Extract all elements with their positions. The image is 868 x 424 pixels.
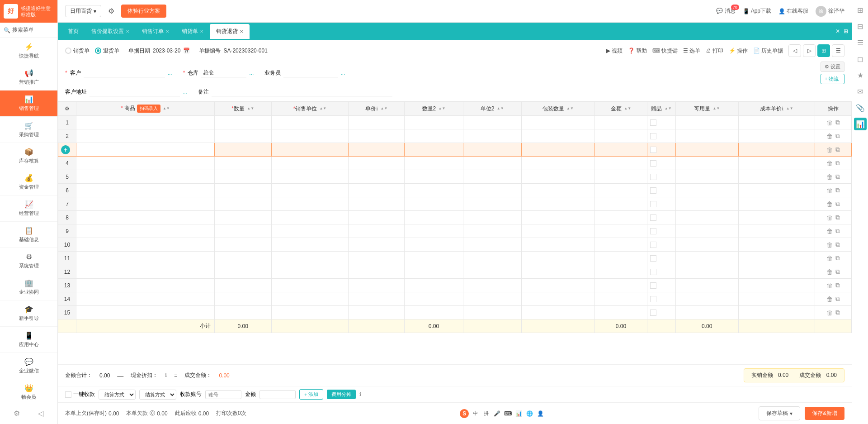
delete-icon[interactable]: 🗑 [826, 309, 833, 316]
print-btn[interactable]: 🖨 打印 [706, 47, 723, 55]
notes-input[interactable] [212, 88, 392, 96]
unit-sort-icon[interactable]: ▲▼ [319, 107, 326, 110]
radio-return-bill[interactable]: 退货单 [95, 47, 119, 55]
tab-sales-order[interactable]: 销售订单 ✕ [136, 24, 175, 39]
ime-settings-icon[interactable]: 🌐 [525, 409, 534, 418]
available-cell-1[interactable] [675, 116, 738, 129]
operate-btn[interactable]: ⚡ 操作 [729, 47, 748, 55]
sidebar-item-inventory[interactable]: 📦 库存核算 [0, 143, 57, 169]
rp-star-icon[interactable]: ★ [854, 69, 867, 81]
cost-price-cell-1[interactable] [738, 116, 815, 129]
quantity2-cell-2[interactable] [405, 129, 463, 143]
unit-price-cell-3[interactable] [349, 143, 405, 157]
tab-sales-bill[interactable]: 销货单 ✕ [175, 24, 210, 39]
sidebar-item-newbie[interactable]: 🎓 新手引导 [0, 300, 57, 327]
quantity2-cell-1[interactable] [405, 116, 463, 129]
unit2-sort-icon[interactable]: ▲▼ [497, 107, 504, 110]
copy-icon[interactable]: ⧉ [835, 200, 840, 208]
amount-cell-3[interactable] [594, 143, 647, 157]
online-service-btn[interactable]: 👤 在线客服 [778, 7, 808, 15]
gift-cell-3[interactable] [647, 143, 675, 157]
copy-row-1-icon[interactable]: ⧉ [835, 119, 840, 126]
date-value[interactable]: 2023-03-20 [153, 48, 180, 54]
select-bill-btn[interactable]: ☰ 选单 [683, 47, 700, 55]
ime-s-icon[interactable]: S [460, 409, 469, 418]
sidebar-item-operations[interactable]: 📈 经营管理 [0, 195, 57, 222]
qty-sort-icon[interactable]: ▲▼ [247, 107, 254, 110]
rp-box-icon[interactable]: ◻ [854, 52, 867, 65]
sidebar-item-enterprise[interactable]: 🏢 企业协同 [0, 274, 57, 300]
rp-active-icon[interactable]: 📊 [854, 118, 867, 130]
tab-price-settings[interactable]: 售价提取设置 ✕ [85, 24, 136, 39]
tab-sales-return-close-icon[interactable]: ✕ [240, 29, 243, 34]
add-row-btn[interactable]: + [61, 145, 70, 154]
copy-icon[interactable]: ⧉ [835, 186, 840, 194]
ime-zh-icon[interactable]: 中 [471, 409, 480, 418]
copy-row-2-icon[interactable]: ⧉ [835, 132, 840, 140]
fee-split-help-icon[interactable]: ℹ [359, 391, 361, 397]
rp-clip-icon[interactable]: 📎 [854, 101, 867, 114]
gift-sort-icon[interactable]: ▲▼ [665, 107, 672, 110]
ime-pin-icon[interactable]: 拼 [481, 409, 491, 418]
account-no-input[interactable] [205, 390, 241, 399]
delete-icon[interactable]: 🗑 [826, 214, 833, 221]
delete-icon[interactable]: 🗑 [826, 282, 833, 289]
delete-icon[interactable]: 🗑 [826, 241, 833, 248]
copy-icon[interactable]: ⧉ [835, 173, 840, 181]
rp-mail-icon[interactable]: ✉ [854, 85, 867, 98]
pkg-qty-sort-icon[interactable]: ▲▼ [566, 107, 574, 110]
unit2-cell-1[interactable] [463, 116, 521, 129]
quantity-cell-3[interactable] [215, 143, 272, 157]
settings-btn[interactable]: ⚙ 设置 [821, 62, 844, 72]
copy-icon[interactable]: ⧉ [835, 214, 840, 221]
tab-price-close-icon[interactable]: ✕ [126, 29, 129, 34]
copy-icon[interactable]: ⧉ [835, 254, 840, 262]
address-select-btn[interactable]: ... [183, 89, 187, 95]
cost-price-cell-3[interactable] [738, 143, 815, 157]
sidebar-item-system[interactable]: ⚙ 系统管理 [0, 248, 57, 274]
package-qty-cell-1[interactable] [521, 116, 594, 129]
copy-icon[interactable]: ⧉ [835, 268, 840, 276]
price-sort-icon[interactable]: ▲▼ [380, 107, 387, 110]
qty2-sort-icon[interactable]: ▲▼ [439, 107, 446, 110]
tab-sales-bill-close-icon[interactable]: ✕ [200, 29, 203, 34]
add-expense-btn[interactable]: + 添加 [299, 389, 323, 400]
unit2-cell-3[interactable] [463, 143, 521, 157]
sidebar-item-finance[interactable]: 💰 资金管理 [0, 169, 57, 195]
message-badge[interactable]: 💬 70 消息 [716, 7, 735, 15]
sidebar-item-shortcuts[interactable]: ⚡ 快捷导航 [0, 38, 57, 64]
ime-user-icon[interactable]: 👤 [536, 409, 545, 418]
warehouse-input[interactable] [201, 69, 246, 77]
delete-icon[interactable]: 🗑 [826, 295, 833, 303]
sidebar-item-marketing[interactable]: 📢 营销推广 [0, 64, 57, 91]
salesperson-input[interactable] [283, 69, 338, 77]
settlement-method-select[interactable]: 结算方式 [99, 390, 136, 400]
sidebar-item-basic[interactable]: 📋 基础信息 [0, 222, 57, 248]
tab-sales-return[interactable]: 销货退货 ✕ [210, 24, 250, 39]
available-cell-3[interactable] [675, 143, 738, 157]
rp-table-icon[interactable]: ⊞ [854, 4, 867, 16]
customer-select-btn[interactable]: ... [168, 70, 172, 76]
quantity-cell-1[interactable] [215, 116, 272, 129]
sidebar-item-purchase[interactable]: 🛒 采购管理 [0, 117, 57, 143]
product-cell-3[interactable] [76, 143, 215, 157]
copy-row-3-icon[interactable]: ⧉ [835, 146, 840, 153]
sidebar-item-appcenter[interactable]: 📱 应用中心 [0, 327, 57, 353]
amount-cell-2[interactable] [594, 129, 647, 143]
unit2-cell-2[interactable] [463, 129, 521, 143]
address-input[interactable] [90, 88, 180, 96]
copy-icon[interactable]: ⧉ [835, 281, 840, 289]
delete-row-1-icon[interactable]: 🗑 [826, 119, 833, 126]
calc-method-select[interactable]: 结算方式 [139, 390, 176, 400]
product-cell-2[interactable] [76, 129, 215, 143]
th-settings[interactable]: ⚙ [58, 102, 76, 116]
product-sort-icon[interactable]: ▲▼ [163, 107, 170, 110]
help-btn[interactable]: ❓ 帮助 [628, 47, 647, 55]
experience-btn[interactable]: 体验行业方案 [121, 5, 166, 18]
delete-row-3-icon[interactable]: 🗑 [826, 146, 833, 153]
product-cell-1[interactable] [76, 116, 215, 129]
rp-grid-icon[interactable]: ⊟ [854, 20, 867, 33]
package-qty-cell-2[interactable] [521, 129, 594, 143]
tabs-close-icon[interactable]: ✕ [835, 28, 840, 34]
delete-icon[interactable]: 🗑 [826, 200, 833, 208]
